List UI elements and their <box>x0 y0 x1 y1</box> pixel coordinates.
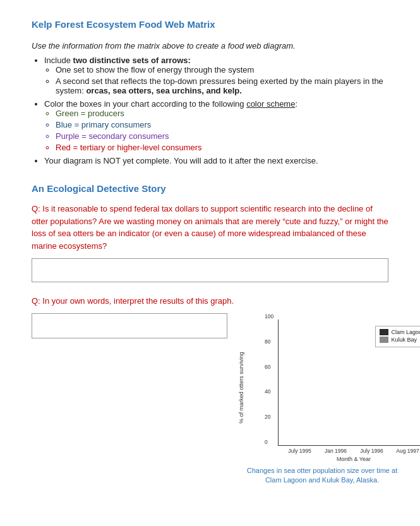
bullet-color: Color the boxes in your chart according … <box>44 99 388 152</box>
arrow-bullet-1: One set to show the flow of energy throu… <box>56 65 388 75</box>
x-label-1: July 1995 <box>283 448 316 455</box>
legend-swatch-dark <box>380 329 388 335</box>
legend-swatch-gray <box>380 337 388 343</box>
color-red: Red = tertiary or higher-level consumers <box>56 143 388 152</box>
question-1-text: Q: Is it reasonable to spend federal tax… <box>32 203 388 252</box>
x-label-2: Jan 1996 <box>319 448 352 455</box>
instructions-text: Use the information from the matrix abov… <box>32 41 388 51</box>
question-2-text: Q: In your own words, interpret the resu… <box>32 296 388 306</box>
y-tick-80: 80 <box>265 338 270 345</box>
chart-area: 100 80 60 40 20 0 Clam Lagoon <box>278 320 420 446</box>
answer-box-1[interactable] <box>32 258 388 282</box>
answer-box-2[interactable] <box>32 313 227 338</box>
main-bullet-list: Include two distinctive sets of arrows: … <box>32 56 388 165</box>
q2-right: % of marked otters surviving 100 80 60 4… <box>240 313 404 486</box>
color-blue: Blue = primary consumers <box>56 120 388 129</box>
legend-item-1: Clam Lagoon <box>380 329 420 335</box>
chart-container: % of marked otters surviving 100 80 60 4… <box>240 313 404 486</box>
legend-label-2: Kuluk Bay <box>391 337 417 343</box>
chart-legend: Clam Lagoon Kuluk Bay <box>375 326 420 347</box>
x-label-4: Aug 1997 <box>391 448 420 455</box>
y-axis-label: % of marked otters surviving <box>238 352 244 424</box>
bullet-not-yet: Your diagram is NOT yet complete. You wi… <box>44 156 388 165</box>
color-green: Green = producers <box>56 109 388 118</box>
y-tick-0: 0 <box>265 439 268 445</box>
color-sublist: Green = producers Blue = primary consume… <box>44 109 388 152</box>
y-tick-20: 20 <box>265 414 270 420</box>
arrow-bullet-2: A second set that reflects the top-down … <box>56 76 388 95</box>
y-tick-60: 60 <box>265 364 270 370</box>
chart-caption: Changes in sea otter population size ove… <box>240 466 404 486</box>
include-label: Include <box>44 56 71 65</box>
legend-item-2: Kuluk Bay <box>380 337 420 343</box>
page-title: Kelp Forest Ecosystem Food Web Matrix <box>32 19 388 30</box>
bullet-include: Include two distinctive sets of arrows: … <box>44 56 388 95</box>
arrows-sublist: One set to show the flow of energy throu… <box>44 65 388 95</box>
q2-row: % of marked otters surviving 100 80 60 4… <box>32 313 388 486</box>
x-label-3: July 1996 <box>355 448 388 455</box>
legend-label-1: Clam Lagoon <box>391 329 420 335</box>
y-tick-40: 40 <box>265 388 270 395</box>
chart-wrapper: % of marked otters surviving 100 80 60 4… <box>240 313 404 462</box>
color-purple: Purple = secondary consumers <box>56 131 388 141</box>
section2-title: An Ecological Detective Story <box>32 183 388 194</box>
x-axis-title: Month & Year <box>278 456 420 462</box>
x-axis-labels: July 1995 Jan 1996 July 1996 Aug 1997 <box>278 448 420 455</box>
bold-arrows: two distinctive sets of arrows: <box>73 56 191 65</box>
q2-left <box>32 313 227 338</box>
y-tick-100: 100 <box>265 313 273 320</box>
